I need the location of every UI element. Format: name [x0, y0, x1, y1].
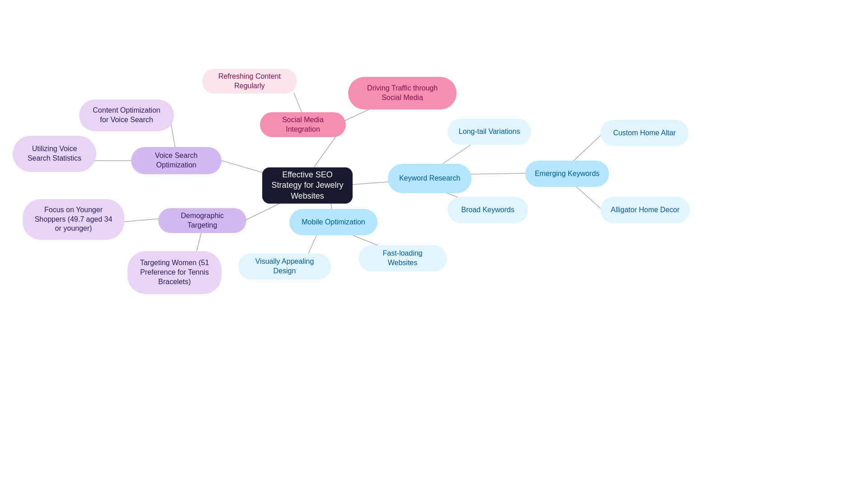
voice-search-label: Voice Search Optimization [140, 151, 212, 170]
voice-search-node: Voice Search Optimization [131, 147, 222, 174]
mobile-optimization-node: Mobile Optimization [289, 209, 377, 235]
refreshing-content-label: Refreshing Content Regularly [211, 72, 288, 91]
custom-home-altar-label: Custom Home Altar [613, 128, 676, 138]
alligator-home-decor-node: Alligator Home Decor [600, 197, 690, 223]
fast-loading-label: Fast-loading Websites [368, 249, 438, 268]
content-optimization-node: Content Optimization for Voice Search [79, 100, 174, 131]
demographic-targeting-node: Demographic Targeting [158, 208, 246, 233]
driving-traffic-node: Driving Traffic through Social Media [348, 77, 457, 109]
center-label: Effective SEO Strategy for Jewelry Websi… [271, 170, 344, 201]
utilizing-voice-label: Utilizing Voice Search Statistics [22, 144, 87, 163]
broad-keywords-node: Broad Keywords [448, 197, 528, 223]
svg-line-7 [294, 93, 302, 113]
content-optimization-label: Content Optimization for Voice Search [88, 106, 165, 125]
focus-younger-label: Focus on Younger Shoppers (49.7 aged 34 … [32, 205, 115, 233]
emerging-keywords-label: Emerging Keywords [535, 169, 599, 179]
mobile-optimization-label: Mobile Optimization [302, 218, 365, 227]
svg-line-11 [307, 235, 316, 256]
social-media-label: Social Media Integration [269, 115, 337, 134]
broad-keywords-label: Broad Keywords [461, 205, 514, 215]
demographic-targeting-label: Demographic Targeting [167, 211, 237, 230]
driving-traffic-label: Driving Traffic through Social Media [357, 84, 448, 103]
social-media-node: Social Media Integration [260, 112, 346, 137]
targeting-women-node: Targeting Women (51 Preference for Tenni… [127, 251, 222, 294]
custom-home-altar-node: Custom Home Altar [600, 120, 689, 146]
longtail-variations-node: Long-tail Variations [448, 119, 531, 145]
keyword-research-label: Keyword Research [399, 174, 460, 183]
visually-appealing-node: Visually Appealing Design [238, 253, 331, 280]
refreshing-content-node: Refreshing Content Regularly [202, 69, 297, 94]
alligator-home-decor-label: Alligator Home Decor [611, 205, 679, 215]
targeting-women-label: Targeting Women (51 Preference for Tenni… [137, 258, 212, 286]
utilizing-voice-node: Utilizing Voice Search Statistics [13, 136, 96, 172]
svg-line-14 [468, 173, 526, 174]
longtail-variations-label: Long-tail Variations [459, 127, 520, 137]
visually-appealing-label: Visually Appealing Design [247, 257, 322, 276]
keyword-research-node: Keyword Research [388, 164, 472, 193]
center-node: Effective SEO Strategy for Jewelry Websi… [262, 167, 353, 204]
emerging-keywords-node: Emerging Keywords [525, 161, 609, 187]
svg-line-10 [197, 233, 201, 251]
focus-younger-node: Focus on Younger Shoppers (49.7 aged 34 … [23, 199, 124, 240]
fast-loading-node: Fast-loading Websites [359, 245, 447, 271]
